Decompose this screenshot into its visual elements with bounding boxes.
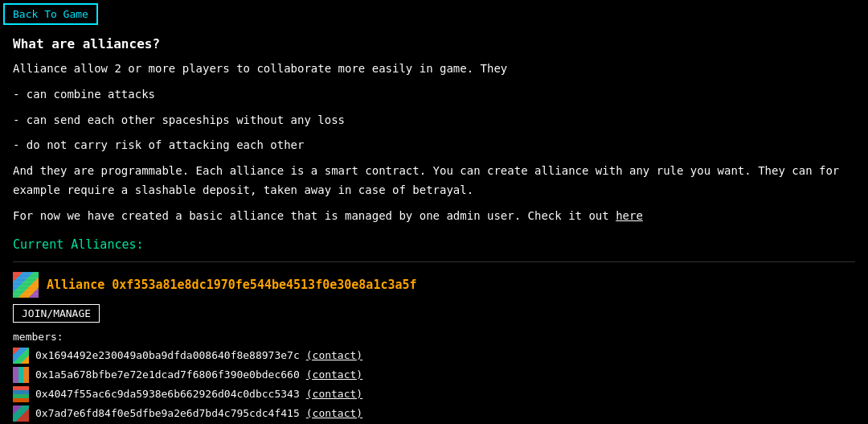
back-to-game-button[interactable]: Back To Game	[3, 3, 98, 25]
description-line-4: - do not carry risk of attacking each ot…	[13, 136, 855, 155]
list-item: 0x4047f55ac6c9da5938e6b662926d04c0dbcc53…	[13, 386, 855, 402]
member-avatar	[13, 348, 29, 364]
description-line-3: - can send each other spaceships without…	[13, 111, 855, 130]
alliance-avatar	[13, 272, 39, 298]
member-avatar	[13, 386, 29, 402]
basic-alliance-prefix: For now we have created a basic alliance…	[13, 209, 616, 222]
list-item: 0x1a5a678bfbe7e72e1dcad7f6806f390e0bdec6…	[13, 367, 855, 383]
contact-link[interactable]: (contact)	[306, 388, 362, 400]
description-line-2: - can combine attacks	[13, 85, 855, 105]
member-address: 0x1694492e230049a0ba9dfda008640f8e88973e…	[35, 349, 300, 361]
list-item: 0x1694492e230049a0ba9dfda008640f8e88973e…	[13, 348, 855, 364]
member-address: 0x4047f55ac6c9da5938e6b662926d04c0dbcc53…	[35, 388, 300, 400]
contact-link[interactable]: (contact)	[306, 407, 362, 419]
member-address: 0x1a5a678bfbe7e72e1dcad7f6806f390e0bdec6…	[35, 368, 300, 381]
alliance-name: Alliance 0xf353a81e8dc1970fe544be4513f0e…	[47, 278, 417, 292]
smart-contract-text: And they are programmable. Each alliance…	[13, 162, 855, 200]
members-label: members:	[13, 331, 855, 343]
alliance-section: Alliance 0xf353a81e8dc1970fe544be4513f0e…	[13, 261, 855, 424]
basic-alliance-text: For now we have created a basic alliance…	[13, 207, 855, 226]
join-manage-button[interactable]: JOIN/MANAGE	[13, 304, 100, 323]
member-avatar	[13, 367, 29, 383]
member-address: 0x7ad7e6fd84f0e5dfbe9a2e6d7bd4c795cdc4f4…	[35, 407, 300, 419]
current-alliances-title: Current Alliances:	[13, 237, 855, 252]
contact-link[interactable]: (contact)	[306, 349, 362, 361]
member-avatar	[13, 405, 29, 422]
description-block: Alliance allow 2 or more players to coll…	[13, 60, 855, 226]
list-item: 0x7ad7e6fd84f0e5dfbe9a2e6d7bd4c795cdc4f4…	[13, 405, 855, 422]
alliance-header: Alliance 0xf353a81e8dc1970fe544be4513f0e…	[13, 272, 855, 298]
contact-link[interactable]: (contact)	[306, 368, 362, 381]
description-line-1: Alliance allow 2 or more players to coll…	[13, 60, 855, 79]
page-title: What are alliances?	[13, 36, 855, 51]
here-link[interactable]: here	[616, 209, 643, 222]
